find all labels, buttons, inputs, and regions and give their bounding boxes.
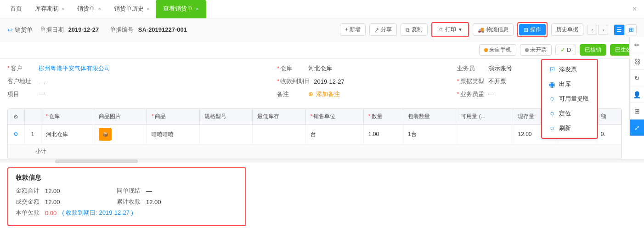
not-open-ticket-button[interactable]: 未开票 (520, 44, 552, 56)
col-minstock-header: 最低库存 (253, 109, 305, 125)
table-header-row: ⚙ 仓库 商品图片 商品 规格型号 最低库存 销售单位 数量 包装数量 可用量 … (8, 109, 621, 125)
cell-num: 1 (24, 125, 41, 144)
tab-inventory-init-close[interactable]: × (62, 6, 64, 11)
cumulative-receipt-value: 12.00 (146, 199, 161, 205)
view-toggle: ☰ ⊞ (614, 24, 637, 35)
print-button[interactable]: 🖨 打印 ▼ (433, 24, 467, 35)
sold-button[interactable]: 已核销 (580, 44, 606, 56)
col-amount-header: 额 (596, 109, 621, 125)
share-button[interactable]: ↗ 分享 (369, 23, 397, 36)
project-field: 项目 — (7, 90, 277, 98)
table-row: ⚙ 1 河北仓库 📦 嘻嘻嘻嘻 台 1.00 1台 12.00 12.00 0. (8, 125, 621, 144)
due-amount-label: 本单欠款 (16, 209, 40, 217)
right-edit-button[interactable]: ✏ (630, 37, 644, 53)
right-expand-button[interactable]: ⤢ (630, 120, 644, 136)
new-button[interactable]: + 新增 (340, 23, 366, 36)
tab-home[interactable]: 首页 (4, 0, 28, 18)
right-table-button[interactable]: ⊞ (630, 103, 644, 120)
payment-date-value: 2019-12-27 (314, 78, 345, 85)
operate-icon: ⊞ (524, 27, 528, 33)
next-button[interactable]: › (598, 25, 608, 35)
doc-date-value: 2019-12-27 (68, 26, 99, 33)
tab-sales-history-close[interactable]: × (147, 6, 149, 11)
dropdown-item-available-qty[interactable]: ○ 可用量提取 (542, 91, 597, 106)
cell-quantity: 1.00 (363, 125, 403, 144)
payment-date-label: 收款到期日 (277, 77, 310, 85)
dropdown-item-add-invoice[interactable]: ☑ 添发票 (542, 62, 597, 77)
copy-icon: ⧉ (406, 27, 410, 33)
doc-actions: + 新增 ↗ 分享 ⧉ 复制 🖨 打印 ▼ 🚚 物流信息 (340, 22, 637, 37)
doc-number-label: 单据编号 SA-20191227-001 (110, 26, 187, 34)
tab-inventory-init[interactable]: 库存期初 × (28, 0, 71, 18)
tab-sales-order-close[interactable]: × (98, 6, 101, 11)
ops-highlight-box: ⊞ 操作 (517, 22, 548, 37)
tab-view-sales-close[interactable]: × (196, 6, 198, 11)
scroll-indicator[interactable] (0, 159, 644, 163)
prev-button[interactable]: ‹ (587, 25, 597, 35)
operate-button[interactable]: ⊞ 操作 (519, 24, 546, 35)
tab-sales-order-label: 销货单 (77, 5, 95, 13)
dropdown-item-out-storage[interactable]: ◉ 出库 (542, 77, 597, 91)
from-phone-button[interactable]: 来自手机 (479, 44, 516, 56)
logistics-button[interactable]: 🚚 物流信息 (473, 23, 514, 36)
project-value: — (39, 91, 45, 98)
right-refresh-button[interactable]: ↻ (630, 70, 644, 86)
col-spec-header: 规格型号 (200, 109, 253, 125)
tab-sales-history[interactable]: 销货单历史 × (107, 0, 156, 18)
dropdown-red-border: ☑ 添发票 ◉ 出库 ○ 可用量提取 ○ 定位 ○ 刷新 (541, 59, 598, 139)
orange-dot-icon (484, 48, 488, 52)
cell-setting[interactable]: ⚙ (8, 125, 24, 144)
history-button[interactable]: 历史单据 (551, 23, 583, 36)
due-amount-field: 本单欠款 0.00 ( 收款到期日: 2019-12-27 ) (16, 209, 133, 217)
col-product-header: 商品 (147, 109, 199, 125)
right-link-button[interactable]: ⛓ (630, 53, 644, 70)
scroll-thumb[interactable] (55, 160, 138, 163)
address-label: 客户地址 (7, 77, 35, 85)
payment-row-2: 成交金额 12.00 累计收款 12.00 (16, 198, 238, 206)
tab-sales-order[interactable]: 销货单 × (71, 0, 107, 18)
doc-meta: 单据日期 2019-12-27 单据编号 SA-20191227-001 (40, 26, 187, 34)
radio-unselected-icon-2: ○ (549, 110, 555, 117)
transaction-amount-label: 成交金额 (16, 198, 40, 206)
cell-available (456, 125, 513, 144)
dropdown-item-locate[interactable]: ○ 定位 (542, 106, 597, 121)
print-dropdown-arrow: ▼ (458, 27, 463, 32)
cumulative-receipt-label: 累计收款 (117, 198, 141, 206)
checkbox-checked-icon: ☑ (549, 66, 555, 73)
doc-header: ↩ 销货单 单据日期 2019-12-27 单据编号 SA-20191227-0… (0, 18, 644, 41)
product-table-wrap: ⚙ 仓库 商品图片 商品 规格型号 最低库存 销售单位 数量 包装数量 可用量 … (7, 108, 622, 159)
col-available-header: 可用量 (... (456, 109, 513, 125)
same-order-settle-field: 同单现结 — (117, 187, 199, 195)
same-order-settle-label: 同单现结 (117, 187, 141, 195)
table-icon: ⊞ (634, 108, 640, 115)
list-view-button[interactable]: ☰ (614, 24, 625, 35)
right-user-button[interactable]: 👤 (630, 86, 644, 103)
subtotal-label: 小计 (8, 144, 621, 159)
same-order-settle-value: — (146, 188, 152, 194)
refresh-icon: ↻ (634, 74, 640, 82)
tab-sales-history-label: 销货单历史 (114, 5, 144, 13)
grid-view-button[interactable]: ⊞ (626, 24, 637, 35)
payment-info-box: 收款信息 金额合计 12.00 同单现结 — 成交金额 12.00 累计收款 1… (7, 167, 246, 226)
copy-button[interactable]: ⧉ 复制 (401, 23, 428, 36)
tab-inventory-init-label: 库存期初 (35, 5, 59, 13)
check-button[interactable]: ✓ D (555, 45, 576, 55)
print-icon: 🖨 (438, 27, 443, 33)
project-label: 项目 (7, 90, 35, 98)
customer-value[interactable]: 柳州粤港平安气体有限公司 (39, 64, 110, 73)
window-close-button[interactable]: × (629, 5, 640, 13)
add-note-button[interactable]: ⊕ 添加备注 (308, 90, 340, 98)
note-label: 备注 (277, 90, 305, 98)
payment-info-title: 收款信息 (16, 174, 238, 182)
grey-dot-icon (525, 48, 529, 52)
product-table: ⚙ 仓库 商品图片 商品 规格型号 最低库存 销售单位 数量 包装数量 可用量 … (8, 109, 621, 159)
product-image: 📦 (99, 128, 112, 141)
col-setting-header: ⚙ (8, 109, 24, 125)
tab-home-label: 首页 (10, 5, 22, 13)
due-date-hint: ( 收款到期日: 2019-12-27 ) (62, 209, 133, 217)
cell-product-img: 📦 (94, 125, 147, 144)
warehouse-label: 仓库 (277, 64, 305, 73)
col-warehouse-header: 仓库 (41, 109, 94, 125)
dropdown-item-refresh[interactable]: ○ 刷新 (542, 121, 597, 136)
tab-view-sales[interactable]: 查看销货单 × (156, 0, 206, 18)
